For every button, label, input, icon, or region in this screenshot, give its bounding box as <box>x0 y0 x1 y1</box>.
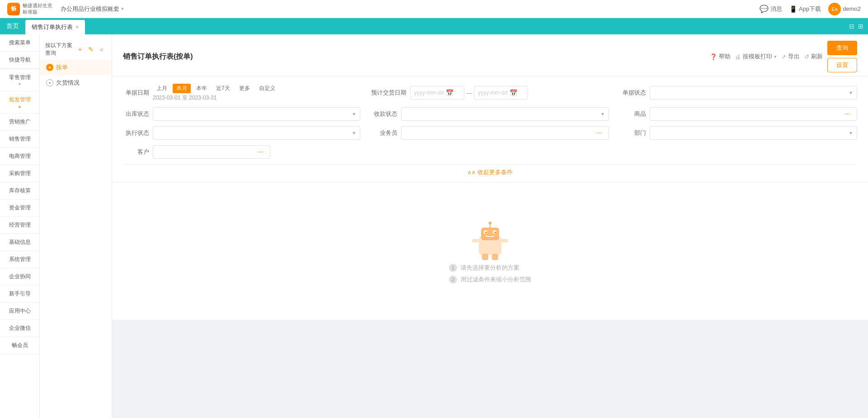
company-selector[interactable]: 办公用品行业模拟账套 ▾ <box>61 5 124 13</box>
edit-scheme-btn[interactable]: ✎ <box>86 45 95 54</box>
calendar-icon-to[interactable]: 📅 <box>509 89 517 96</box>
product-dots-icon[interactable]: ··· <box>843 110 852 118</box>
forecast-date-from[interactable]: yyyy-mm-dd 📅 <box>410 86 464 100</box>
dept-select[interactable]: ▾ <box>650 126 857 140</box>
filter-item-date: 单据日期 上月 本月 本年 近7天 更多 自定义 <box>123 84 360 102</box>
top-bar: 畅 畅捷通好生意 标准版 办公用品行业模拟账套 ▾ 💬 消息 📱 App下载 E… <box>0 0 868 18</box>
filter-item-status: 单据状态 ▾ <box>620 84 857 102</box>
sidebar-item-purchase[interactable]: 采购管理 <box>0 165 39 182</box>
print-action[interactable]: 🖨 按模板打印 ▾ <box>735 52 777 61</box>
scheme-item-shortage[interactable]: ● 欠货情况 <box>40 75 112 90</box>
app-download-action[interactable]: 📱 App下载 <box>789 5 821 13</box>
top-bar-right: 💬 消息 📱 App下载 Ea demo2 <box>760 3 861 15</box>
svg-rect-10 <box>482 254 488 260</box>
receive-status-select[interactable]: ▾ <box>401 107 609 121</box>
query-button[interactable]: 查询 <box>827 41 857 55</box>
close-tab-icon[interactable]: × <box>75 24 79 30</box>
sidebar-item-marketing[interactable]: 营销推广 <box>0 114 39 131</box>
sidebar-item-wholesale[interactable]: 批发管理 ▴ <box>0 91 39 114</box>
empty-hints: 1 请先选择要分析的方案 2 用过滤条件来缩小分析范围 <box>449 264 531 284</box>
tab-actions: ⊟ ⊞ <box>849 23 868 30</box>
sidebar-item-system[interactable]: 系统管理 <box>0 251 39 268</box>
sidebar-item-operations[interactable]: 经营管理 <box>0 217 39 234</box>
settings-button[interactable]: 设置 <box>827 58 857 72</box>
empty-illustration <box>467 218 513 264</box>
app-icon: 📱 <box>789 5 797 13</box>
export-action[interactable]: ↗ 导出 <box>781 52 800 61</box>
sidebar-item-quicknav[interactable]: 快捷导航 <box>0 52 39 69</box>
empty-state: 1 请先选择要分析的方案 2 用过滤条件来缩小分析范围 <box>112 182 868 320</box>
sidebar-item-sales[interactable]: 销售管理 <box>0 131 39 148</box>
collapse-more-btn[interactable]: ∧∧ 收起更多条件 <box>123 164 857 180</box>
sidebar-item-finance[interactable]: 资金管理 <box>0 200 39 217</box>
tab-sales-order[interactable]: 销售订单执行表 × <box>25 20 85 34</box>
product-select[interactable]: ··· <box>650 107 857 121</box>
filter-item-dept: 部门 ▾ <box>620 126 857 140</box>
svg-point-5 <box>494 232 496 233</box>
dropdown-arrow-icon: ▾ <box>774 54 777 60</box>
svg-point-7 <box>489 222 491 224</box>
help-action[interactable]: ❓ 帮助 <box>710 52 731 61</box>
filter-item-forecast-date: 预计交货日期 yyyy-mm-dd 📅 — yyyy-mm-dd 📅 <box>371 84 609 102</box>
collapse-panel-btn[interactable]: « <box>97 45 106 54</box>
sidebar-item-wechat[interactable]: 企业微信 <box>0 320 39 337</box>
svg-rect-9 <box>501 239 508 242</box>
customer-select[interactable]: ··· <box>153 145 270 159</box>
salesman-dots-icon[interactable]: ··· <box>594 129 604 137</box>
minimize-icon[interactable]: ⊟ <box>849 23 854 30</box>
date-tab-this-year[interactable]: 本年 <box>193 84 211 93</box>
sidebar-item-apps[interactable]: 应用中心 <box>0 303 39 320</box>
main-layout: 搜索菜单 快捷导航 零售管理 ▾ 批发管理 ▴ 营销推广 销售管理 电商管理 采… <box>0 34 868 418</box>
message-action[interactable]: 💬 消息 <box>760 5 782 13</box>
filter-item-receive-status: 收款状态 ▾ <box>371 107 609 121</box>
sidebar-item-ecom[interactable]: 电商管理 <box>0 148 39 165</box>
scheme-icon-active: ● <box>46 64 53 71</box>
nav-tabs: 首页 销售订单执行表 × ⊟ ⊞ <box>0 18 868 34</box>
exec-status-select[interactable]: ▾ <box>153 126 360 140</box>
caret-icon-stock: ▾ <box>353 111 355 117</box>
sidebar-item-corp[interactable]: 企业协同 <box>0 268 39 285</box>
svg-rect-8 <box>472 239 479 242</box>
date-tab-this-month[interactable]: 本月 <box>173 84 191 93</box>
date-tab-last-month[interactable]: 上月 <box>153 84 171 93</box>
caret-icon-dept: ▾ <box>849 130 852 136</box>
scheme-item-single[interactable]: ● 按单 <box>40 60 112 75</box>
date-tab-more[interactable]: 更多 <box>236 84 254 93</box>
caret-icon: ▾ <box>849 90 852 96</box>
help-icon: ❓ <box>710 53 717 60</box>
chevron-down-icon: ▾ <box>2 81 38 86</box>
date-tab-custom[interactable]: 自定义 <box>255 84 279 93</box>
sidebar-item-inventory[interactable]: 库存核算 <box>0 182 39 200</box>
forecast-date-to[interactable]: yyyy-mm-dd 📅 <box>474 86 528 100</box>
filter-section: 单据日期 上月 本月 本年 近7天 更多 自定义 <box>112 76 868 182</box>
status-select[interactable]: ▾ <box>650 86 857 100</box>
filter-item-salesman: 业务员 ··· <box>371 126 609 140</box>
sidebar-item-search[interactable]: 搜索菜单 <box>0 34 39 52</box>
date-tab-7days[interactable]: 近7天 <box>212 84 234 93</box>
logo-text: 畅捷通好生意 标准版 <box>23 3 52 14</box>
top-bar-left: 畅 畅捷通好生意 标准版 办公用品行业模拟账套 ▾ <box>7 3 124 15</box>
add-scheme-btn[interactable]: ＋ <box>75 45 85 54</box>
caret-icon-receive: ▾ <box>601 111 604 117</box>
filter-row-customer: 客户 ··· <box>123 145 857 159</box>
sidebar-item-guide[interactable]: 新手引导 <box>0 285 39 303</box>
customer-dots-icon[interactable]: ··· <box>256 148 265 156</box>
content-area: 按以下方案查询 ＋ ✎ « ● 按单 ● 欠货情况 销售订单执行表(按单) <box>40 34 868 418</box>
salesman-select[interactable]: ··· <box>401 126 609 140</box>
stock-status-select[interactable]: ▾ <box>153 107 360 121</box>
caret-icon-exec: ▾ <box>353 130 355 136</box>
calendar-icon-from[interactable]: 📅 <box>446 89 453 96</box>
refresh-action[interactable]: ↺ 刷新 <box>804 52 823 61</box>
sidebar-item-member[interactable]: 畅会员 <box>0 337 39 354</box>
maximize-icon[interactable]: ⊞ <box>858 23 863 30</box>
sidebar-item-retail[interactable]: 零售管理 ▾ <box>0 69 39 91</box>
sidebar-item-basic[interactable]: 基础信息 <box>0 234 39 251</box>
tab-home[interactable]: 首页 <box>0 18 25 34</box>
user-action[interactable]: Ea demo2 <box>828 3 861 15</box>
hint-2: 2 用过滤条件来缩小分析范围 <box>449 276 531 284</box>
right-panel: 销售订单执行表(按单) ❓ 帮助 🖨 按模板打印 ▾ ↗ 导出 <box>112 34 868 418</box>
logo-icon: 畅 <box>7 3 20 15</box>
avatar: Ea <box>828 3 841 15</box>
left-panel-actions: ＋ ✎ « <box>75 45 106 54</box>
logo-area: 畅 畅捷通好生意 标准版 <box>7 3 52 15</box>
